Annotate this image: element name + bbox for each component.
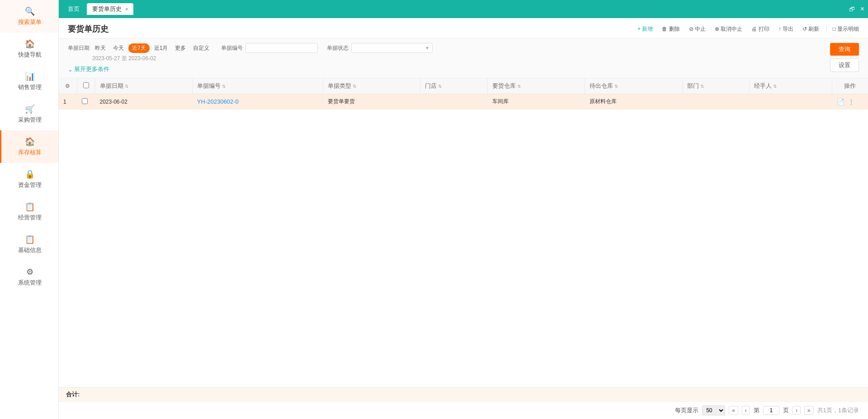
cell-pending-warehouse: 原材料仓库 (585, 94, 682, 110)
export-button[interactable]: ↑ 导出 (777, 24, 795, 34)
page-header: 要货单历史 + 新增 🗑 删除 ⊘ 中止 ⊗ 取消中止 🖨 打印 ↑ 导出 ↺ … (59, 18, 868, 38)
sidebar-item-ops-mgmt[interactable]: 📋 经营管理 (0, 195, 58, 228)
sidebar-item-search-menu[interactable]: 🔍 搜索菜单 (0, 0, 58, 33)
total-label: 合计: (66, 390, 80, 399)
page-title: 要货单历史 (68, 24, 108, 34)
filter-row-1: 单据日期 昨天 今天 近7天 近1月 更多 自定义 (68, 43, 821, 53)
th-date[interactable]: 单据日期⇅ (95, 78, 192, 94)
filter-group-bill-number: 单据编号 (221, 43, 318, 53)
delete-button[interactable]: 🗑 删除 (660, 24, 681, 34)
bill-number-input[interactable] (245, 43, 318, 53)
select-all-checkbox[interactable] (83, 82, 89, 88)
sort-icon-number: ⇅ (222, 84, 226, 89)
sidebar-item-basic-info[interactable]: 📋 基础信息 (0, 228, 58, 261)
th-req-warehouse[interactable]: 要货仓库⇅ (488, 78, 585, 94)
cell-ops: 📄 ⋮ (832, 94, 868, 110)
tab-close-icon[interactable]: × (125, 6, 128, 12)
th-checkbox[interactable] (77, 78, 95, 94)
bill-status-select[interactable]: ▾ (351, 43, 433, 53)
cell-req-warehouse: 车间库 (488, 94, 585, 110)
new-button[interactable]: + 新增 (636, 24, 655, 34)
th-settings[interactable]: ⚙ (59, 78, 77, 94)
window-close-button[interactable]: × (860, 5, 864, 13)
filter-group-bill-status: 单据状态 ▾ (327, 43, 433, 53)
sidebar-item-purchase-mgmt[interactable]: 🛒 采购管理 (0, 98, 58, 130)
page-prefix-label: 第 (754, 406, 760, 414)
filter-group-date: 单据日期 昨天 今天 近7天 近1月 更多 自定义 (68, 43, 212, 53)
search-menu-icon: 🔍 (25, 6, 35, 16)
query-button[interactable]: 查询 (830, 43, 859, 56)
settings-button[interactable]: 设置 (830, 58, 859, 72)
per-page-label: 每页显示 (675, 406, 698, 414)
date-shortcut-today[interactable]: 今天 (110, 43, 127, 53)
page-number-input[interactable] (763, 406, 779, 415)
date-shortcut-7days[interactable]: 近7天 (128, 43, 150, 53)
cell-number: YH-20230602-0 (192, 94, 323, 110)
sidebar-item-label: 销售管理 (18, 83, 42, 91)
sort-icon-date: ⇅ (125, 84, 128, 89)
date-filter-label: 单据日期 (68, 44, 90, 52)
th-number[interactable]: 单据编号⇅ (192, 78, 323, 94)
cancel-suspend-button[interactable]: ⊗ 取消中止 (713, 24, 744, 34)
sidebar-item-label: 经营管理 (18, 214, 42, 222)
more-ops-icon[interactable]: ⋮ (848, 98, 854, 105)
filter-row-2: ⌄ 展开更多条件 (68, 65, 821, 73)
top-bar-right: 🗗 × (849, 5, 864, 13)
th-department[interactable]: 部门⇅ (682, 78, 750, 94)
sort-icon-type: ⇅ (353, 84, 356, 89)
toolbar-divider (826, 26, 827, 32)
sidebar-item-label: 资金管理 (18, 181, 42, 189)
quick-nav-icon: 🏠 (25, 39, 35, 49)
filter-bar: 单据日期 昨天 今天 近7天 近1月 更多 自定义 (59, 38, 868, 78)
tab-home[interactable]: 首页 (62, 3, 85, 15)
tab-requisition-history[interactable]: 要货单历史 × (87, 3, 133, 15)
first-page-button[interactable]: « (729, 406, 738, 415)
per-page-select[interactable]: 50 20 100 (702, 405, 725, 415)
date-shortcut-more[interactable]: 更多 (172, 43, 189, 53)
sort-icon-req-warehouse: ⇅ (517, 84, 521, 89)
refresh-button[interactable]: ↺ 刷新 (801, 24, 821, 34)
table-wrapper: ⚙ 单据日期⇅ 单据编号⇅ 单据类型⇅ (59, 78, 868, 387)
expand-filter-button[interactable]: ⌄ 展开更多条件 (68, 65, 109, 73)
edit-icon[interactable]: 📄 (837, 98, 844, 105)
display-detail-button[interactable]: □ 显示明细 (832, 25, 859, 33)
system-icon: ⚙ (26, 267, 33, 277)
cell-checkbox[interactable] (77, 94, 95, 110)
sidebar-item-label: 库存核算 (18, 148, 42, 157)
th-store[interactable]: 门店⇅ (420, 78, 488, 94)
next-page-button[interactable]: › (793, 406, 801, 415)
date-shortcuts: 昨天 今天 近7天 近1月 更多 自定义 (92, 43, 212, 53)
table-footer: 合计: (59, 387, 868, 401)
sidebar-item-sales-mgmt[interactable]: 📊 销售管理 (0, 65, 58, 98)
sidebar-item-quick-nav[interactable]: 🏠 快捷导航 (0, 33, 58, 65)
date-shortcut-yesterday[interactable]: 昨天 (92, 43, 108, 53)
suspend-button[interactable]: ⊘ 中止 (687, 24, 708, 34)
page-suffix-label: 页 (783, 406, 789, 414)
cell-type: 要货单要货 (323, 94, 420, 110)
print-button[interactable]: 🖨 打印 (750, 24, 771, 34)
date-shortcut-1month[interactable]: 近1月 (151, 43, 171, 53)
top-bar: 首页 要货单历史 × 🗗 × (59, 0, 868, 18)
bill-number-link[interactable]: YH-20230602-0 (197, 98, 239, 105)
sidebar-item-system-mgmt[interactable]: ⚙ 系统管理 (0, 261, 58, 293)
table-row: 1 2023-06-02 YH-20230602-0 要货单要货 车间库 原材料… (59, 94, 868, 110)
cell-store (420, 94, 488, 110)
last-page-button[interactable]: » (804, 406, 814, 415)
th-type[interactable]: 单据类型⇅ (323, 78, 420, 94)
toolbar: + 新增 🗑 删除 ⊘ 中止 ⊗ 取消中止 🖨 打印 ↑ 导出 ↺ 刷新 □ 显… (636, 24, 859, 34)
date-range-display: 2023-05-27 至 2023-06-02 (68, 55, 821, 62)
sort-icon-handler: ⇅ (773, 84, 777, 89)
sidebar-item-finance-mgmt[interactable]: 🔒 资金管理 (0, 163, 58, 195)
sidebar-item-label: 搜索菜单 (18, 18, 42, 26)
data-table: ⚙ 单据日期⇅ 单据编号⇅ 单据类型⇅ (59, 78, 868, 110)
sidebar-item-inventory[interactable]: 🏠 库存核算 (0, 130, 58, 163)
th-handler[interactable]: 经手人⇅ (750, 78, 832, 94)
cell-date: 2023-06-02 (95, 94, 192, 110)
date-shortcut-custom[interactable]: 自定义 (190, 43, 212, 53)
bill-status-label: 单据状态 (327, 44, 349, 52)
row-checkbox[interactable] (82, 98, 88, 104)
window-restore-button[interactable]: 🗗 (849, 6, 855, 13)
th-pending-warehouse[interactable]: 待出仓库⇅ (585, 78, 682, 94)
prev-page-button[interactable]: ‹ (742, 406, 750, 415)
sidebar: 🔍 搜索菜单 🏠 快捷导航 📊 销售管理 🛒 采购管理 🏠 库存核算 🔒 资金管… (0, 0, 59, 419)
